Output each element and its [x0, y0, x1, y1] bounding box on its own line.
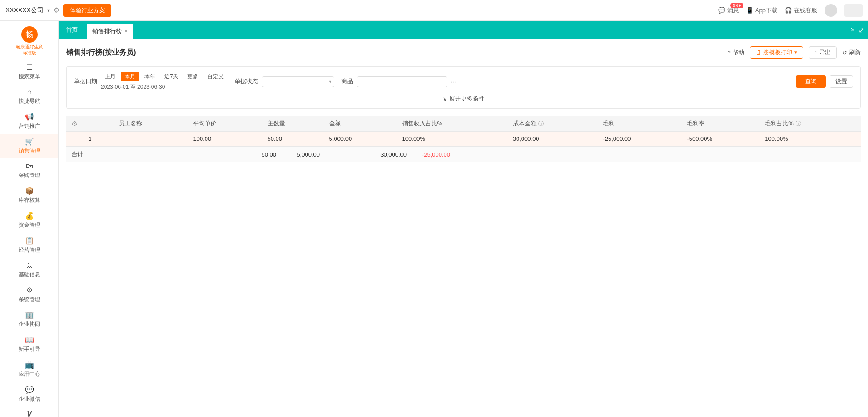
sidebar-item-quick-nav[interactable]: ⌂ 快捷导航 [0, 84, 58, 109]
sidebar-item-purchase[interactable]: 🛍 采购管理 [0, 158, 58, 183]
date-filter: 单据日期 上月 本月 本年 近7天 更多 自定义 20 [74, 72, 227, 91]
refresh-icon: ↺ [842, 49, 847, 56]
date-tab-more[interactable]: 更多 [184, 72, 202, 81]
date-tab-current-year[interactable]: 本年 [141, 72, 159, 81]
table-footer: 合计 50.00 5,000.00 30,000.00 -25,000.00 [66, 146, 861, 162]
print-icon: 🖨 [756, 49, 762, 56]
content-area: 首页 销售排行榜 × × ⤢ 销售排行榜(按业务员) ? [59, 21, 868, 417]
col-rank [83, 116, 113, 132]
sidebar-item-vip[interactable]: V 畅会员 [0, 407, 58, 417]
search-menu-icon: ☰ [26, 63, 33, 72]
help-button[interactable]: ? 帮助 [727, 48, 744, 57]
user-name-placeholder[interactable] [844, 4, 863, 17]
tab-close-icon[interactable]: × [125, 28, 128, 34]
tab-home[interactable]: 首页 [59, 21, 85, 39]
sidebar-label-search: 搜索菜单 [19, 73, 40, 81]
message-button[interactable]: 💬 消息 99+ [718, 6, 739, 14]
user-avatar[interactable] [825, 4, 837, 17]
sales-icon: 🛒 [25, 137, 34, 146]
sidebar-item-operations[interactable]: 📋 经营管理 [0, 233, 58, 258]
sidebar-label-purchase: 采购管理 [19, 172, 40, 179]
company-name: XXXXXX公司 [5, 6, 43, 14]
row-sales-pct: 100.00% [397, 132, 508, 146]
sidebar-item-app-center[interactable]: 📺 应用中心 [0, 357, 58, 382]
col-settings: ⚙ [66, 116, 83, 132]
sidebar-item-finance[interactable]: 💰 资金管理 [0, 208, 58, 233]
expand-conditions: ∨ 展开更多条件 [74, 91, 853, 103]
topbar-gear-icon[interactable]: ⚙ [53, 6, 60, 14]
sidebar-item-sales[interactable]: 🛒 销售管理 [0, 134, 58, 158]
refresh-button[interactable]: ↺ 刷新 [842, 48, 861, 57]
sidebar-item-basic-info[interactable]: 🗂 基础信息 [0, 258, 58, 282]
print-label: 按模板打印 [763, 49, 792, 56]
print-button[interactable]: 🖨 按模板打印 ▾ [750, 46, 803, 59]
sidebar-item-inventory[interactable]: 📦 库存核算 [0, 183, 58, 208]
page-content: 销售排行榜(按业务员) ? 帮助 🖨 按模板打印 ▾ ↑ [59, 39, 868, 417]
export-button[interactable]: ↑ 导出 [809, 46, 837, 59]
goods-filter-label: 商品 [341, 77, 353, 86]
basic-info-icon: 🗂 [26, 261, 33, 269]
finance-icon: 💰 [25, 211, 34, 220]
top-bar-right: 💬 消息 99+ 📱 App下载 🎧 在线客服 [718, 4, 863, 17]
col-sales-pct: 销售收入占比% [397, 116, 508, 132]
cost-info-icon[interactable]: ⓘ [538, 120, 544, 127]
data-table: ⚙ 员工名称 平均单价 主数量 全额 销售收入占比% 成本全额ⓘ [66, 116, 861, 146]
date-tab-custom[interactable]: 自定义 [204, 72, 227, 81]
refresh-label: 刷新 [849, 48, 861, 57]
tab-window-close[interactable]: × [851, 26, 855, 34]
expand-conditions-button[interactable]: ∨ 展开更多条件 [443, 95, 484, 103]
headset-icon: 🎧 [785, 7, 792, 14]
settings-button[interactable]: 设置 [830, 75, 853, 88]
col-qty: 主数量 [262, 116, 324, 132]
marketing-icon: 📢 [25, 112, 34, 121]
date-tab-last-month[interactable]: 上月 [101, 72, 119, 81]
page-title: 销售排行榜(按业务员) [66, 48, 136, 58]
footer-cost: 30,000.00 [370, 151, 407, 158]
status-filter-label: 单据状态 [235, 77, 258, 86]
sidebar-item-guide[interactable]: 📖 新手引导 [0, 332, 58, 357]
profit-pct-info-icon[interactable]: ⓘ [796, 120, 801, 127]
col-profit: 毛利 [597, 116, 681, 132]
row-qty: 50.00 [262, 132, 324, 146]
status-filter: 单据状态 ▾ [235, 76, 334, 87]
print-dropdown-icon: ▾ [794, 49, 797, 56]
date-range: 2023-06-01 至 2023-06-30 [101, 83, 227, 91]
home-icon: ⌂ [27, 88, 32, 96]
row-name [113, 132, 187, 146]
phone-icon: 📱 [746, 7, 753, 14]
tab-sales-ranking[interactable]: 销售排行榜 × [87, 24, 133, 39]
app-download-button[interactable]: 📱 App下载 [746, 6, 777, 14]
footer-profit: -25,000.00 [414, 151, 450, 158]
page-header: 销售排行榜(按业务员) ? 帮助 🖨 按模板打印 ▾ ↑ [66, 46, 861, 59]
query-button[interactable]: 查询 [796, 75, 826, 88]
online-service-button[interactable]: 🎧 在线客服 [785, 6, 817, 14]
company-dropdown[interactable]: ▾ [47, 7, 50, 14]
sidebar-item-marketing[interactable]: 📢 营销推广 [0, 109, 58, 134]
export-icon: ↑ [815, 49, 818, 56]
date-tab-current-month[interactable]: 本月 [121, 72, 139, 81]
sidebar-item-enterprise[interactable]: 🏢 企业协同 [0, 307, 58, 332]
footer-qty: 50.00 [240, 151, 276, 158]
sidebar-item-wechat[interactable]: 💬 企业微信 [0, 382, 58, 407]
status-select[interactable] [262, 76, 334, 87]
logo-text: 畅康通好生意标准版 [16, 44, 43, 56]
top-bar: XXXXXX公司 ▾ ⚙ 体验行业方案 💬 消息 99+ 📱 App下载 🎧 在… [0, 0, 868, 21]
sidebar-label-sales: 销售管理 [19, 147, 40, 155]
tab-bar: 首页 销售排行榜 × × ⤢ [59, 21, 868, 39]
row-profit: -25,000.00 [597, 132, 681, 146]
row-settings [66, 132, 83, 146]
date-tab-7days[interactable]: 近7天 [161, 72, 182, 81]
sidebar-item-system[interactable]: ⚙ 系统管理 [0, 282, 58, 307]
goods-filter: 商品 ··· [341, 76, 456, 87]
trial-button[interactable]: 体验行业方案 [63, 4, 111, 17]
help-label: 帮助 [733, 48, 744, 57]
message-badge: 99+ [730, 3, 743, 8]
goods-more-icon[interactable]: ··· [451, 78, 456, 85]
top-bar-left: XXXXXX公司 ▾ ⚙ 体验行业方案 [5, 4, 718, 17]
goods-input[interactable] [357, 76, 447, 87]
tab-window-expand[interactable]: ⤢ [858, 26, 864, 34]
filter-area: 单据日期 上月 本月 本年 近7天 更多 自定义 20 [66, 66, 861, 109]
table-settings-icon[interactable]: ⚙ [72, 120, 77, 127]
sidebar-item-search[interactable]: ☰ 搜索菜单 [0, 59, 58, 84]
tab-label-sales-ranking: 销售排行榜 [92, 27, 122, 35]
